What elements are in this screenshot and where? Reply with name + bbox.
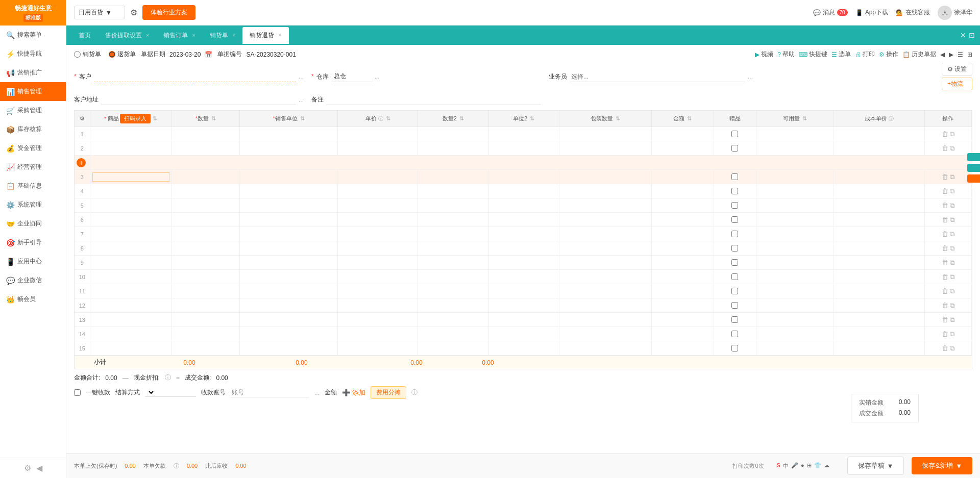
- row-pack-qty[interactable]: [559, 298, 651, 313]
- delete-icon-10[interactable]: 🗑: [942, 273, 948, 281]
- right-float-btn-1[interactable]: 附件: [967, 153, 980, 161]
- row-amount[interactable]: [651, 227, 714, 241]
- row-qty[interactable]: [172, 284, 239, 298]
- taskbar-icon-grid[interactable]: ⊞: [807, 462, 812, 470]
- row-goods[interactable]: [90, 270, 172, 284]
- select-btn[interactable]: ☰选单: [831, 50, 851, 59]
- sidebar-item-member[interactable]: 👑畅会员: [0, 290, 66, 309]
- customer-input[interactable]: [94, 71, 296, 82]
- row-amount[interactable]: [651, 341, 714, 356]
- row-cost[interactable]: [834, 127, 924, 141]
- row-qty2[interactable]: [418, 241, 488, 256]
- chevron-down-icon[interactable]: ▼: [887, 462, 894, 470]
- chevron-down-icon-new[interactable]: ▼: [955, 462, 962, 470]
- gift-check-13[interactable]: [731, 316, 738, 323]
- row-gift[interactable]: [714, 141, 756, 156]
- row-cost[interactable]: [834, 213, 924, 227]
- sidebar-item-marketing[interactable]: 📢营销推广: [0, 63, 66, 82]
- row-pack-qty[interactable]: [559, 141, 651, 156]
- row-pack-qty[interactable]: [559, 284, 651, 298]
- staff-input[interactable]: [570, 71, 745, 82]
- row-goods[interactable]: [90, 141, 172, 156]
- row-gift[interactable]: [714, 170, 756, 184]
- copy-icon-1[interactable]: ⧉: [950, 130, 954, 138]
- gift-check-3[interactable]: [731, 173, 738, 180]
- row-unit[interactable]: [239, 227, 338, 241]
- copy-icon-4[interactable]: ⧉: [950, 187, 954, 195]
- message-item[interactable]: 💬 消息 70: [813, 8, 848, 17]
- row-qty2[interactable]: [418, 270, 488, 284]
- row-goods[interactable]: [90, 327, 172, 341]
- row-price[interactable]: [338, 327, 418, 341]
- industry-selector[interactable]: 日用百货 ▼: [74, 6, 125, 19]
- save-draft-btn[interactable]: 保存草稿 ▼: [847, 457, 904, 475]
- col-settings[interactable]: ⚙: [75, 111, 90, 127]
- row-available[interactable]: [756, 313, 834, 327]
- tab-销货退货[interactable]: 销货退货×: [242, 27, 288, 44]
- print-btn[interactable]: 🖨打印: [855, 50, 875, 59]
- tab-首页[interactable]: 首页: [71, 27, 98, 44]
- copy-icon-14[interactable]: ⧉: [950, 330, 954, 338]
- row-cost[interactable]: [834, 184, 924, 198]
- row-gift[interactable]: [714, 284, 756, 298]
- single-owe-help[interactable]: ⓘ: [174, 462, 179, 470]
- tab-close-3[interactable]: ×: [232, 32, 235, 38]
- row-price[interactable]: [338, 184, 418, 198]
- row-unit[interactable]: [239, 298, 338, 313]
- delete-icon-14[interactable]: 🗑: [942, 330, 948, 338]
- logistics-btn[interactable]: +物流: [942, 78, 972, 90]
- app-download-item[interactable]: 📱 App下载: [855, 8, 888, 17]
- video-btn[interactable]: ▶视频: [755, 50, 773, 59]
- row-goods[interactable]: [90, 313, 172, 327]
- row-qty[interactable]: [172, 298, 239, 313]
- row-cost[interactable]: [834, 313, 924, 327]
- delete-icon-15[interactable]: 🗑: [942, 344, 948, 352]
- row-unit2[interactable]: [488, 298, 559, 313]
- row-pack-qty[interactable]: [559, 327, 651, 341]
- row-qty2[interactable]: [418, 227, 488, 241]
- copy-icon-3[interactable]: ⧉: [950, 173, 954, 181]
- row-qty[interactable]: [172, 170, 239, 184]
- delete-icon-12[interactable]: 🗑: [942, 301, 948, 309]
- row-unit2[interactable]: [488, 141, 559, 156]
- row-qty[interactable]: [172, 198, 239, 213]
- row-cost[interactable]: [834, 141, 924, 156]
- copy-icon-10[interactable]: ⧉: [950, 273, 954, 281]
- copy-icon-5[interactable]: ⧉: [950, 202, 954, 209]
- taskbar-icon-shirt[interactable]: 👕: [814, 462, 821, 470]
- settings-btn[interactable]: ⚙ 设置: [942, 63, 972, 76]
- row-price[interactable]: [338, 213, 418, 227]
- return-type-radio[interactable]: 退货单: [109, 50, 136, 59]
- sidebar-item-operations[interactable]: 📈经营管理: [0, 158, 66, 177]
- row-unit2[interactable]: [488, 313, 559, 327]
- row-pack-qty[interactable]: [559, 227, 651, 241]
- shortcut-btn[interactable]: ⌨快捷键: [799, 50, 827, 59]
- tab-close-icon[interactable]: ✕: [960, 31, 966, 39]
- gift-check-7[interactable]: [731, 231, 738, 237]
- row-qty[interactable]: [172, 313, 239, 327]
- row-qty2[interactable]: [418, 213, 488, 227]
- row-qty[interactable]: [172, 341, 239, 356]
- row-price[interactable]: [338, 241, 418, 256]
- row-unit2[interactable]: [488, 270, 559, 284]
- row-unit[interactable]: [239, 213, 338, 227]
- tab-销售订单[interactable]: 销售订单×: [156, 27, 202, 44]
- help-btn[interactable]: ?帮助: [777, 50, 795, 59]
- row-goods[interactable]: [90, 198, 172, 213]
- row-gift[interactable]: [714, 298, 756, 313]
- gift-check-15[interactable]: [731, 345, 738, 351]
- row-unit2[interactable]: [488, 184, 559, 198]
- history-btn[interactable]: 📋历史单据: [902, 50, 936, 59]
- row-available[interactable]: [756, 213, 834, 227]
- row-unit[interactable]: [239, 141, 338, 156]
- delete-icon-8[interactable]: 🗑: [942, 244, 948, 252]
- save-new-btn[interactable]: 保存&新增 ▼: [912, 457, 972, 474]
- row-price[interactable]: [338, 227, 418, 241]
- row-amount[interactable]: [651, 313, 714, 327]
- delete-icon-5[interactable]: 🗑: [942, 202, 948, 209]
- row-price[interactable]: [338, 298, 418, 313]
- copy-icon-13[interactable]: ⧉: [950, 316, 954, 323]
- row-amount[interactable]: [651, 170, 714, 184]
- copy-icon-2[interactable]: ⧉: [950, 144, 954, 152]
- copy-icon-6[interactable]: ⧉: [950, 216, 954, 223]
